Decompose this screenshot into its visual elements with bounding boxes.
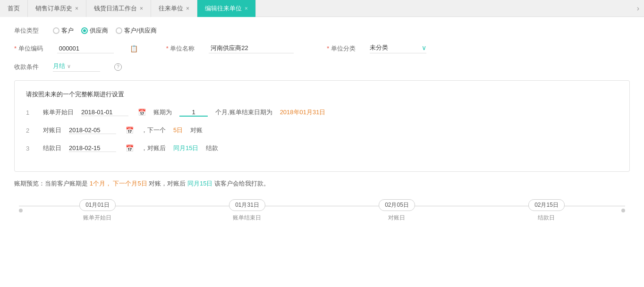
- period-desc-2b: 对账: [190, 126, 203, 135]
- timeline-label-3: 对账日: [388, 214, 405, 222]
- period-month-input[interactable]: [179, 109, 208, 117]
- period-row-2: 2 对账日 📅 ，下一个 5日 对账: [26, 126, 618, 135]
- tab-edit-partner[interactable]: 编辑往来单位 ×: [197, 0, 256, 17]
- period-day-2: 5日: [173, 126, 183, 135]
- preview-part2: 下一个月5日: [113, 180, 147, 187]
- tab-edit-partner-close[interactable]: ×: [245, 5, 248, 12]
- period-date-2[interactable]: [69, 127, 116, 134]
- period-desc-3a: ，对账后: [141, 144, 166, 152]
- timeline-item-3: 02月05日 对账日: [379, 199, 415, 222]
- period-label-1: 账单开始日: [43, 108, 74, 117]
- payment-condition-value: 月结: [53, 62, 65, 70]
- preview-mid: 对账，对账后: [149, 180, 186, 187]
- tab-partners-close[interactable]: ×: [186, 5, 189, 12]
- unit-category-label: 单位分类: [327, 44, 356, 53]
- unit-name-label: 单位名称: [166, 44, 195, 53]
- unit-info-row: 单位编码 📋 单位名称 单位分类 未分类 ∨: [14, 43, 630, 53]
- tabs-scroll-right[interactable]: ›: [632, 0, 644, 17]
- preview-suffix: 该客户会给我打款。: [214, 180, 270, 187]
- radio-supplier-circle: [81, 27, 88, 34]
- period-cal-3[interactable]: 📅: [126, 144, 134, 152]
- radio-supplier[interactable]: 供应商: [81, 26, 108, 35]
- unit-code-calendar-icon[interactable]: 📋: [130, 45, 138, 52]
- period-date-3[interactable]: [69, 144, 116, 152]
- tabs-bar: 首页 销售订单历史 × 钱货日清工作台 × 往来单位 × 编辑往来单位 × ›: [0, 0, 644, 17]
- timeline-badge-3: 02月05日: [379, 199, 415, 211]
- unit-code-label: 单位编码: [14, 44, 43, 53]
- radio-both-label: 客户/供应商: [124, 26, 157, 35]
- payment-row: 收款条件 月结 ∨ ?: [14, 62, 630, 72]
- timeline-items: 01月01日 账单开始日 01月31日 账单结束日 02月05日 对账日 02月…: [23, 199, 621, 222]
- section-title: 请按照未来的一个完整帐期进行设置: [26, 90, 618, 99]
- timeline-item-2: 01月31日 账单结束日: [229, 199, 265, 222]
- radio-supplier-dot: [83, 29, 86, 32]
- period-row-1: 1 账单开始日 📅 账期为 个月,账单结束日期为 2018年01月31日: [26, 108, 618, 117]
- payment-condition-dropdown[interactable]: 月结 ∨: [53, 62, 100, 72]
- tab-cash-work-label: 钱货日清工作台: [94, 4, 137, 13]
- radio-customer[interactable]: 客户: [53, 26, 74, 35]
- unit-type-label: 单位类型: [14, 26, 39, 35]
- period-desc-3b: 结款: [206, 144, 218, 152]
- period-label-3: 结款日: [43, 144, 61, 152]
- period-mid-text-1: 账期为: [153, 108, 172, 117]
- unit-category-arrow-icon[interactable]: ∨: [422, 44, 426, 51]
- period-desc-2a: ，下一个: [141, 126, 166, 135]
- unit-category-select[interactable]: 未分类 ∨: [370, 43, 426, 53]
- unit-category-value: 未分类: [370, 43, 420, 52]
- timeline-badge-4: 02月15日: [528, 199, 565, 211]
- tab-partners-label: 往来单位: [159, 4, 183, 13]
- preview-part1: 1个月，: [90, 180, 111, 187]
- period-end-date: 2018年01月31日: [280, 108, 326, 117]
- tab-cash-work-close[interactable]: ×: [140, 5, 143, 12]
- tab-sales-history-label: 销售订单历史: [35, 4, 72, 13]
- radio-both[interactable]: 客户/供应商: [116, 26, 157, 35]
- timeline-item-4: 02月15日 结款日: [528, 199, 565, 222]
- period-section: 请按照未来的一个完整帐期进行设置 1 账单开始日 📅 账期为 个月,账单结束日期…: [14, 80, 630, 172]
- tab-home-label: 首页: [8, 4, 20, 13]
- payment-help-icon[interactable]: ?: [114, 63, 122, 71]
- period-label-2: 对账日: [43, 126, 61, 135]
- preview-part3: 同月15日: [187, 180, 212, 187]
- timeline-label-4: 结款日: [538, 214, 555, 222]
- unit-name-input[interactable]: [209, 44, 294, 53]
- tab-edit-partner-label: 编辑往来单位: [205, 4, 242, 13]
- period-cal-1[interactable]: 📅: [138, 109, 146, 116]
- unit-code-input[interactable]: [57, 44, 114, 53]
- period-day-3: 同月15日: [173, 144, 198, 152]
- unit-type-radio-group: 客户 供应商 客户/供应商: [53, 26, 157, 35]
- period-suffix-1: 个月,账单结束日期为: [215, 108, 272, 117]
- timeline: 01月01日 账单开始日 01月31日 账单结束日 02月05日 对账日 02月…: [14, 199, 630, 222]
- payment-condition-label: 收款条件: [14, 63, 39, 71]
- preview-text: 账期预览：当前客户账期是 1个月， 下一个月5日 对账，对账后 同月15日 该客…: [14, 179, 630, 188]
- timeline-start-dot: [19, 209, 23, 212]
- timeline-label-1: 账单开始日: [83, 214, 111, 222]
- tab-cash-work[interactable]: 钱货日清工作台 ×: [86, 0, 151, 17]
- period-date-1[interactable]: [81, 109, 128, 116]
- tab-sales-history-close[interactable]: ×: [75, 5, 78, 12]
- timeline-badge-1: 01月01日: [79, 199, 116, 211]
- period-num-3: 3: [26, 145, 35, 152]
- timeline-badge-2: 01月31日: [229, 199, 265, 211]
- main-content: 单位类型 客户 供应商 客户/供应商 单位编码 📋 单位名称 单位分类: [0, 17, 644, 287]
- unit-type-row: 单位类型 客户 供应商 客户/供应商: [14, 26, 630, 35]
- timeline-end-dot: [621, 209, 625, 212]
- period-num-2: 2: [26, 127, 35, 134]
- tab-partners[interactable]: 往来单位 ×: [151, 0, 197, 17]
- payment-condition-arrow-icon[interactable]: ∨: [67, 63, 71, 69]
- radio-customer-circle: [53, 27, 59, 34]
- preview-prefix: 账期预览：当前客户账期是: [14, 180, 88, 187]
- radio-both-circle: [116, 27, 122, 34]
- tab-home[interactable]: 首页: [0, 0, 28, 17]
- period-row-3: 3 结款日 📅 ，对账后 同月15日 结款: [26, 144, 618, 152]
- period-num-1: 1: [26, 109, 35, 116]
- radio-customer-label: 客户: [61, 26, 74, 35]
- tab-sales-history[interactable]: 销售订单历史 ×: [28, 0, 86, 17]
- radio-supplier-label: 供应商: [90, 26, 108, 35]
- timeline-item-1: 01月01日 账单开始日: [79, 199, 116, 222]
- timeline-label-2: 账单结束日: [233, 214, 261, 222]
- period-cal-2[interactable]: 📅: [126, 127, 134, 134]
